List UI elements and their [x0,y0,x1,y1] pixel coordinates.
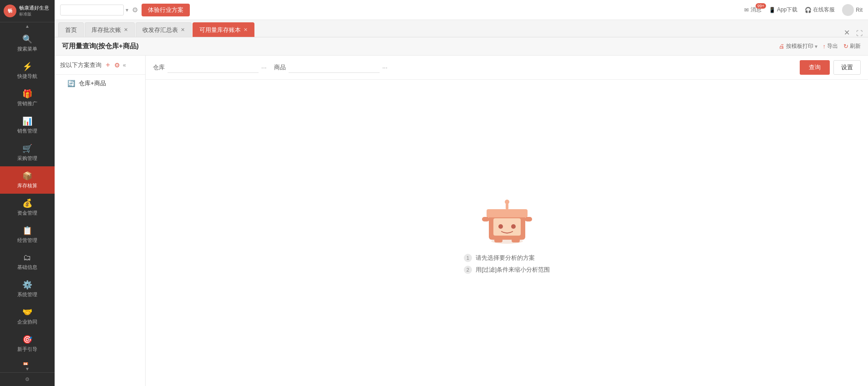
svg-rect-10 [494,239,503,242]
sidebar-item-basic[interactable]: 🗂 基础信息 [0,248,55,275]
sidebar-item-inventory[interactable]: 📦 库存核算 [0,166,55,194]
sidebar-item-newbie[interactable]: 🎯 新手引导 [0,330,55,357]
warehouse-more-btn[interactable]: ··· [261,64,267,71]
product-label: 商品 [274,63,286,72]
gear-icon[interactable]: ⚙ [132,6,138,14]
dropdown-arrow-icon[interactable]: ▾ [126,7,128,13]
sidebar-item-search[interactable]: 🔍 搜索菜单 [0,30,55,57]
sales-label: 销售管理 [17,128,37,134]
sidebar-item-system[interactable]: ⚙️ 系统管理 [0,275,55,303]
scheme-icon: 🔄 [67,80,75,87]
tabbar: 首页 库存批次账 ✕ 收发存汇总表 ✕ 可用量库存账本 ✕ ✕ ⛶ [55,20,868,37]
tab-home-label: 首页 [65,26,77,34]
user-menu-btn[interactable]: Rit [842,4,863,16]
warehouse-input[interactable] [168,62,259,73]
basic-icon: 🗂 [23,253,31,262]
export-btn[interactable]: ↑ 导出 [823,42,838,50]
hint-2-text: 用[过滤]条件来缩小分析范围 [476,266,550,274]
tab-available-qty-close[interactable]: ✕ [244,27,248,33]
message-badge: 99+ [756,3,766,9]
refresh-icon: ↻ [843,43,848,50]
sidebar-header: 畅 畅康通好生意 标准版 [0,0,55,22]
sidebar-item-sales[interactable]: 📊 销售管理 [0,112,55,139]
app-download-btn[interactable]: 📱 App下载 [769,6,797,14]
sidebar-footer[interactable]: ⚙ [0,372,55,386]
print-icon: 🖨 [779,43,785,50]
topbar-right: ✉ 消息 99+ 📱 App下载 🎧 在线客服 Rit [744,4,863,16]
sales-icon: 📊 [22,116,32,126]
empty-state: 1 请先选择要分析的方案 2 用[过滤]条件来缩小分析范围 [146,80,868,386]
search-input[interactable] [60,5,124,15]
tab-summary[interactable]: 收发存汇总表 ✕ [136,22,192,37]
tab-available-qty-label: 可用量库存账本 [199,26,241,34]
sidebar-item-enterprise[interactable]: 🤝 企业协同 [0,303,55,330]
app-logo: 畅 [4,5,16,17]
finance-label: 资金管理 [17,210,37,216]
svg-rect-9 [525,217,532,221]
tab-home[interactable]: 首页 [58,22,84,37]
appstore-icon: 🏪 [22,362,32,365]
system-label: 系统管理 [17,291,37,298]
hint-1-num: 1 [464,254,472,262]
print-dropdown-icon[interactable]: ▾ [815,43,817,50]
svg-point-7 [505,200,509,204]
search-label: 搜索菜单 [17,46,37,52]
shortcut-icon: ⚡ [22,62,32,72]
refresh-btn[interactable]: ↻ 刷新 [843,42,861,50]
sidebar-item-marketing_promo[interactable]: 🎁 营销推广 [0,84,55,112]
filter-panel-title: 按以下方案查询 [60,61,102,69]
scheme-settings-btn[interactable]: ⚙ [114,62,120,69]
message-btn[interactable]: ✉ 消息 99+ [744,6,761,14]
tab-inventory-batch[interactable]: 库存批次账 ✕ [85,22,135,37]
newbie-label: 新手引导 [17,346,37,353]
product-input[interactable] [289,62,380,73]
inventory-label: 库存核算 [17,182,37,189]
sidebar-item-appstore[interactable]: 🏪 应用中心 [0,357,55,365]
avatar [842,4,854,16]
scheme-item-warehouse-product[interactable]: 🔄 仓库+商品 [55,75,145,92]
sidebar-scroll-down[interactable]: ▼ [0,365,55,372]
purchase-icon: 🛒 [22,144,32,154]
sidebar: 畅 畅康通好生意 标准版 ▲ 🔍 搜索菜单 ⚡ 快捷导航 🎁 营销推广 📊 销售… [0,0,55,386]
sidebar-item-finance[interactable]: 💰 资金管理 [0,194,55,221]
filter-row: 仓库 ··· 商品 ··· 查询 设置 [146,56,868,80]
enterprise-icon: 🤝 [22,307,32,317]
svg-rect-6 [506,203,508,210]
topbar-search: ▾ [60,5,128,15]
ops-label: 经营管理 [17,237,37,244]
tab-available-qty[interactable]: 可用量库存账本 ✕ [193,22,254,37]
main-area: ▾ ⚙ 体验行业方案 ✉ 消息 99+ 📱 App下载 🎧 在线客服 Rit [55,0,868,386]
print-btn[interactable]: 🖨 按模板打印 ▾ [779,42,817,50]
online-service-btn[interactable]: 🎧 在线客服 [805,6,835,14]
svg-rect-2 [487,209,528,217]
filter-panel-header: 按以下方案查询 ＋ ⚙ « [55,56,145,75]
collapse-btn[interactable]: « [123,62,126,68]
trial-btn[interactable]: 体验行业方案 [142,4,190,16]
sidebar-scroll-up[interactable]: ▲ [0,22,55,30]
hint-1-text: 请先选择要分析的方案 [476,254,535,262]
add-scheme-btn[interactable]: ＋ [104,60,112,70]
service-icon: 🎧 [805,7,812,13]
product-more-btn[interactable]: ··· [382,64,388,71]
expand-btn[interactable]: ⛶ [854,30,864,37]
settings-button[interactable]: 设置 [833,60,861,75]
tab-inventory-batch-close[interactable]: ✕ [124,27,128,33]
close-all-btn[interactable]: ✕ [840,28,853,37]
marketing_promo-label: 营销推广 [17,100,37,107]
finance-icon: 💰 [22,198,32,208]
tab-inventory-batch-label: 库存批次账 [91,26,121,34]
empty-illustration [480,192,534,247]
filter-actions: 查询 设置 [800,60,861,75]
sidebar-item-ops[interactable]: 📋 经营管理 [0,221,55,248]
tab-summary-close[interactable]: ✕ [181,27,185,33]
sidebar-item-shortcut[interactable]: ⚡ 快捷导航 [0,57,55,84]
inventory-icon: 📦 [22,171,32,181]
sidebar-nav: 🔍 搜索菜单 ⚡ 快捷导航 🎁 营销推广 📊 销售管理 🛒 采购管理 📦 库存核… [0,30,55,365]
export-icon: ↑ [823,43,826,50]
warehouse-filter: 仓库 ··· [153,62,267,73]
query-button[interactable]: 查询 [800,60,830,75]
sidebar-item-purchase[interactable]: 🛒 采购管理 [0,139,55,166]
svg-point-5 [511,224,516,229]
empty-hints: 1 请先选择要分析的方案 2 用[过滤]条件来缩小分析范围 [464,254,550,274]
message-icon: ✉ [744,7,749,13]
